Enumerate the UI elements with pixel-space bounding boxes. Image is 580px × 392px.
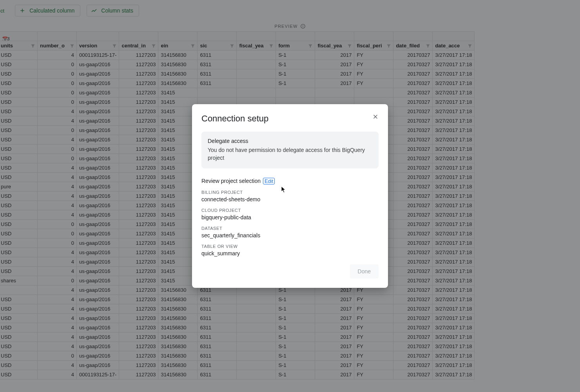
cloud-project-label: CLOUD PROJECT bbox=[201, 208, 379, 213]
dataset-label: DATASET bbox=[201, 226, 379, 231]
modal-overlay: Connection setup Delegate access You do … bbox=[0, 0, 580, 392]
dataset-value: sec_quarterly_financials bbox=[201, 232, 379, 238]
delegate-access-title: Delegate access bbox=[208, 138, 372, 144]
edit-link[interactable]: Edit bbox=[263, 178, 275, 184]
modal-title: Connection setup bbox=[201, 114, 379, 124]
modal-footer: Done bbox=[201, 264, 379, 278]
delegate-access-body: You do not have permission to delegate a… bbox=[208, 146, 372, 162]
table-or-view-value: quick_summary bbox=[201, 250, 379, 257]
billing-project-value: connected-sheets-demo bbox=[201, 196, 379, 202]
review-project-text: Review project selection bbox=[201, 178, 261, 184]
cloud-project-value: bigquery-public-data bbox=[201, 214, 379, 220]
delegate-access-box: Delegate access You do not have permissi… bbox=[201, 132, 379, 168]
done-button[interactable]: Done bbox=[350, 264, 379, 278]
review-project-title: Review project selection Edit bbox=[201, 178, 379, 184]
close-button[interactable] bbox=[369, 110, 382, 123]
billing-project-label: BILLING PROJECT bbox=[201, 190, 379, 195]
table-or-view-label: TABLE OR VIEW bbox=[201, 244, 379, 249]
connection-setup-modal: Connection setup Delegate access You do … bbox=[192, 104, 388, 287]
